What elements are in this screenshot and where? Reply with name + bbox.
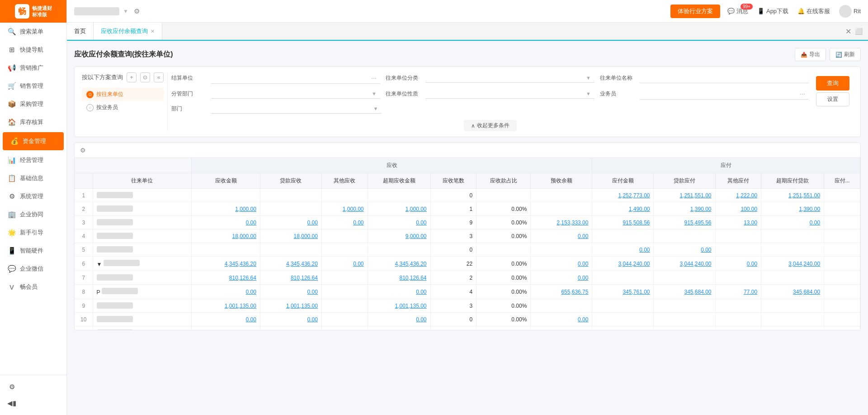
cell-partner: 往来单位 [93,243,192,257]
sidebar-item-sales[interactable]: 🛒 销售管理 [0,77,66,95]
table-body: 1往来单位01,252,773.001,251,551.001,222.001,… [75,189,860,330]
cell-ar_overdue [368,189,430,202]
cell-ar_overdue: 810,126.64 [368,271,430,285]
logo-text: 畅捷通财 标准版 [32,5,52,18]
tab-ar-ap[interactable]: 应收应付余额查询 ✕ [94,23,162,40]
sidebar-item-search[interactable]: 🔍 搜索菜单 [0,23,66,41]
partner-nature-select[interactable]: ▼ [425,89,594,99]
top-header: 测试公司 ▼ ⚙ 体验行业方案 💬 消息 99+ 📱 App下载 🔔 在线客服 … [67,0,868,23]
tab-home[interactable]: 首页 [67,23,94,40]
partner-name-input[interactable] [640,73,809,83]
window-expand-button[interactable]: ⬜ [855,28,863,35]
department-select[interactable]: ▼ [211,89,380,99]
cell-ap_overdue: 1,390.00 [761,202,824,216]
cell-ar_overdue: 1,001,135.00 [368,299,430,313]
cell-ar_ratio: 0.00% [476,216,531,229]
cell-ar_amount [192,189,260,202]
app-download-item[interactable]: 📱 App下载 [757,7,788,15]
dept-select[interactable]: ▼ [211,104,382,114]
cell-ar_prepaid [531,243,592,257]
filter-group-salesman: 业务员 ··· [600,88,809,100]
filter-group-dept: 部门 ▼ [171,104,382,114]
sidebar-item-system[interactable]: ⚙ 系统管理 [0,187,66,205]
col-ap-overdue: 超期应付贷款 [761,173,824,189]
sidebar-item-basic[interactable]: 📋 基础信息 [0,169,66,187]
sidebar-item-wechat[interactable]: 💬 企业微信 [0,260,66,278]
salesman-input[interactable]: ··· [640,88,809,100]
collapse-more-button[interactable]: ∧ 收起更多条件 [464,120,517,131]
refresh-button[interactable]: 🔄 刷新 [830,48,861,61]
filter-by-partner[interactable]: ⊙ 按往来单位 [82,88,164,101]
col-ar-overdue: 超期应收金额 [368,173,430,189]
col-ar-ratio: 应收款占比 [476,173,531,189]
tab-bar: 首页 应收应付余额查询 ✕ ✕ ⬜ [67,23,868,41]
table-container: ⚙ 应收 应付 往来单位 应收金额 贷款应收 [74,143,861,330]
sidebar-item-member[interactable]: V 畅会员 [0,278,66,296]
cell-partner: 往来单位 [93,216,192,229]
cell-ap_amount: 3,044,240.00 [592,257,654,271]
cell-ap_other: 77.00 [715,285,761,299]
settlement-input[interactable]: ··· [211,72,380,84]
partner-category-label: 往来单位分类 [386,74,422,82]
settings-query-button[interactable]: 设置 [816,92,849,106]
solution-button[interactable]: 体验行业方案 [670,5,720,18]
partner-category-select[interactable]: ▼ [425,73,594,83]
sidebar-item-enterprise[interactable]: 🏢 企业协同 [0,205,66,224]
filter-collapse-button[interactable]: « [154,72,164,82]
filter-settings-button[interactable]: ⊙ [140,72,150,82]
cell-ap_amount: 0.00 [592,243,654,257]
cell-ar_loan: 0.00 [260,216,321,229]
download-icon: 📱 [757,8,764,14]
sidebar-item-purchase[interactable]: 📦 采购管理 [0,95,66,113]
cell-ap_overdue: 345,684.00 [761,285,824,299]
table-settings-icon[interactable]: ⚙ [80,147,86,154]
filter-by-salesman[interactable]: ○ 按业务员 [82,101,164,114]
operation-icon: 📊 [7,156,16,165]
cell-ap_other: 13.00 [715,216,761,229]
tab-close-icon[interactable]: ✕ [151,29,155,34]
table-row: 9往来单位1,001,135.001,001,135.001,001,135.0… [75,299,860,313]
chevron-down-icon: ▼ [372,91,377,96]
chevron-down-icon[interactable]: ▼ [123,8,128,14]
inventory-icon: 🏠 [7,118,16,127]
sidebar-item-inventory[interactable]: 🏠 库存核算 [0,113,66,131]
cell-ar_amount: 0.00 [192,313,260,326]
cell-ar_other [321,271,368,285]
sidebar-item-marketing[interactable]: 📢 营销推广 [0,59,66,77]
cell-ar_other: 0.00 [321,216,368,229]
sidebar-item-operation[interactable]: 📊 经营管理 [0,151,66,169]
cell-ap_amount: 1,490.00 [592,202,654,216]
cell-ar_amount: 1,001,135.00 [192,299,260,313]
col-partner: 往来单位 [93,173,192,189]
cell-ar_loan: 0.00 [260,313,321,326]
cell-ar_loan: 1,001,135.00 [260,299,321,313]
user-info[interactable]: Rit [839,5,861,18]
sidebar-item-capital[interactable]: 💰 资金管理 [3,132,64,150]
settlement-label: 结算单位 [171,74,208,82]
table-row: 4往来单位18,000.0018,000.009,000.0030.00%0.0… [75,229,860,243]
sidebar-collapse[interactable]: ◀▮ [0,395,66,411]
gear-icon[interactable]: ⚙ [134,7,140,15]
sidebar-item-quick-nav[interactable]: ⊞ 快捷导航 [0,41,66,59]
page-title: 应收应付余额查询(按往来单位) [74,50,173,59]
cell-ar_ratio: 0.00% [476,285,531,299]
cell-num: 5 [75,243,93,257]
online-service-item[interactable]: 🔔 在线客服 [797,7,830,15]
cell-ap_amount [592,229,654,243]
department-label: 分管部门 [171,90,208,98]
chevron-down-icon: ▼ [586,91,591,96]
sidebar-item-guide[interactable]: 🌟 新手引导 [0,224,66,242]
filter-header: 按以下方案查询 + ⊙ « [82,72,164,82]
cell-ar_count: 1 [430,202,476,216]
collapse-icon: ◀▮ [7,399,16,408]
filter-add-button[interactable]: + [127,72,137,82]
cell-ap_extra [824,257,860,271]
cell-partner: 往来单位 [93,202,192,216]
cell-ar_prepaid: 2,153,333.00 [531,216,592,229]
sidebar-item-hardware[interactable]: 📱 智能硬件 [0,242,66,260]
window-close-button[interactable]: ✕ [845,27,851,36]
query-button[interactable]: 查询 [816,76,849,91]
sidebar-settings[interactable]: ⚙ [0,379,66,395]
export-button[interactable]: 📤 导出 [795,48,826,61]
message-item[interactable]: 💬 消息 99+ [727,7,748,15]
